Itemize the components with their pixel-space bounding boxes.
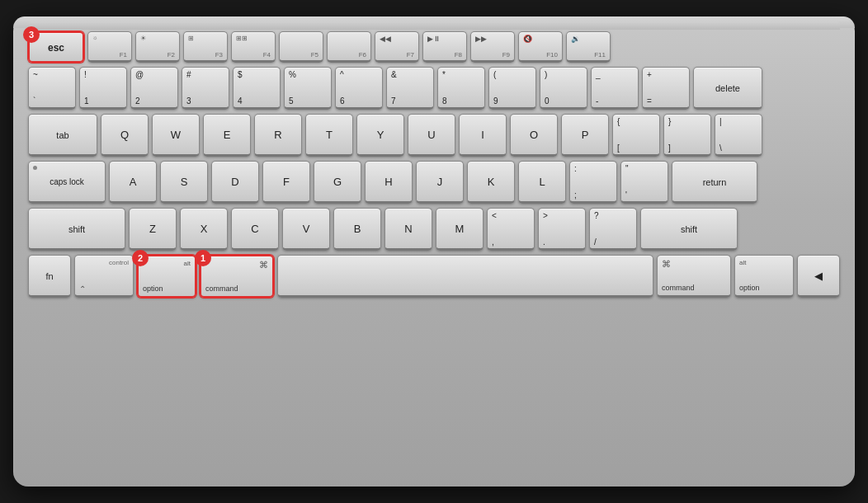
number-key-row: ~ ` ! 1 @ 2 # 3 $ 4: [28, 67, 840, 110]
key-q[interactable]: Q: [101, 114, 149, 157]
key-quote[interactable]: " ': [620, 161, 668, 204]
key-f9[interactable]: ▶▶ F9: [470, 31, 515, 63]
key-semicolon[interactable]: : ;: [569, 161, 617, 204]
f1-icon: ☼: [92, 35, 97, 40]
key-l[interactable]: L: [518, 161, 566, 204]
key-control[interactable]: control ⌃: [74, 255, 134, 298]
key-6[interactable]: ^ 6: [335, 67, 383, 110]
key-arrow-left[interactable]: ◀: [797, 255, 840, 298]
key-b[interactable]: B: [333, 208, 381, 251]
key-3[interactable]: # 3: [182, 67, 229, 110]
key-period[interactable]: > .: [538, 208, 586, 251]
key-k[interactable]: K: [467, 161, 515, 204]
badge-1: 1: [195, 250, 211, 266]
f3-icon: ⊞: [188, 35, 194, 42]
key-fn-modifier[interactable]: fn: [28, 255, 71, 298]
fn-key-row: 3 esc ☼ F1 ☀ F2 ⊞ F3 ⊞⊞ F4 F5 F6: [28, 31, 840, 63]
key-8[interactable]: * 8: [437, 67, 485, 110]
key-space[interactable]: [277, 255, 653, 298]
f11-icon: 🔉: [571, 35, 580, 43]
f8-icon: ▶⏸: [427, 35, 441, 43]
key-equals[interactable]: + =: [642, 67, 690, 110]
key-m[interactable]: M: [436, 208, 484, 251]
key-shift-left[interactable]: shift: [28, 208, 125, 251]
key-f8[interactable]: ▶⏸ F8: [422, 31, 467, 63]
key-j[interactable]: J: [416, 161, 464, 204]
key-h[interactable]: H: [365, 161, 413, 204]
key-lbracket[interactable]: { [: [612, 114, 660, 157]
key-f4[interactable]: ⊞⊞ F4: [231, 31, 276, 63]
key-n[interactable]: N: [384, 208, 432, 251]
key-f6[interactable]: F6: [327, 31, 371, 63]
key-command-left[interactable]: 1 ⌘ command: [200, 255, 274, 298]
f4-icon: ⊞⊞: [236, 35, 248, 42]
key-f[interactable]: F: [262, 161, 310, 204]
esc-label: esc: [34, 35, 78, 59]
key-0[interactable]: ) 0: [540, 67, 587, 110]
key-slash[interactable]: ? /: [589, 208, 637, 251]
key-f10[interactable]: 🔇 F10: [518, 31, 563, 63]
key-f7[interactable]: ◀◀ F7: [375, 31, 419, 63]
key-d[interactable]: D: [211, 161, 259, 204]
key-1[interactable]: ! 1: [79, 67, 127, 110]
key-delete[interactable]: delete: [693, 67, 762, 110]
key-shift-right[interactable]: shift: [640, 208, 738, 251]
key-r[interactable]: R: [254, 114, 302, 157]
key-f11[interactable]: 🔉 F11: [566, 31, 611, 63]
shift-key-row: shift Z X C V B N M < , > . ? / shif: [28, 208, 840, 251]
key-t[interactable]: T: [305, 114, 353, 157]
key-i[interactable]: I: [459, 114, 507, 157]
key-7[interactable]: & 7: [386, 67, 434, 110]
badge-3: 3: [23, 26, 40, 43]
key-rbracket[interactable]: } ]: [663, 114, 711, 157]
f2-icon: ☀: [140, 35, 146, 42]
key-o[interactable]: O: [510, 114, 558, 157]
key-5[interactable]: % 5: [284, 67, 332, 110]
key-backslash[interactable]: | \: [715, 114, 762, 157]
tab-key-row: tab Q W E R T Y U I O P { [ } ] | \: [28, 114, 840, 157]
key-s[interactable]: S: [160, 161, 208, 204]
key-tilde[interactable]: ~ `: [28, 67, 76, 110]
key-4[interactable]: $ 4: [233, 67, 281, 110]
key-return[interactable]: return: [672, 161, 757, 204]
key-f2[interactable]: ☀ F2: [135, 31, 180, 63]
keyboard-top-bar: [28, 21, 840, 30]
key-option-right[interactable]: alt option: [734, 255, 794, 298]
key-f3[interactable]: ⊞ F3: [183, 31, 228, 63]
key-a[interactable]: A: [109, 161, 157, 204]
key-u[interactable]: U: [408, 114, 455, 157]
keyboard: 3 esc ☼ F1 ☀ F2 ⊞ F3 ⊞⊞ F4 F5 F6: [13, 16, 855, 487]
key-minus[interactable]: _ -: [591, 67, 639, 110]
key-x[interactable]: X: [180, 208, 228, 251]
bottom-key-row: fn control ⌃ 2 alt option 1 ⌘ command ⌘ …: [28, 255, 840, 298]
key-y[interactable]: Y: [356, 114, 404, 157]
f10-icon: 🔇: [523, 35, 532, 43]
key-f1[interactable]: ☼ F1: [87, 31, 132, 63]
key-2[interactable]: @ 2: [130, 67, 178, 110]
key-c[interactable]: C: [231, 208, 279, 251]
key-option-left[interactable]: 2 alt option: [137, 255, 196, 298]
key-w[interactable]: W: [152, 114, 200, 157]
key-comma[interactable]: < ,: [487, 208, 535, 251]
key-f5[interactable]: F5: [279, 31, 323, 63]
caps-lock-led: [33, 166, 37, 170]
key-z[interactable]: Z: [129, 208, 177, 251]
f9-icon: ▶▶: [475, 35, 487, 43]
key-esc[interactable]: 3 esc: [28, 31, 84, 63]
key-v[interactable]: V: [282, 208, 330, 251]
key-9[interactable]: ( 9: [488, 67, 536, 110]
key-tab[interactable]: tab: [28, 114, 97, 157]
key-caps-lock[interactable]: caps lock: [28, 161, 106, 204]
f7-icon: ◀◀: [380, 35, 391, 43]
badge-2: 2: [132, 250, 149, 266]
key-command-right[interactable]: ⌘ command: [657, 255, 731, 298]
key-p[interactable]: P: [561, 114, 609, 157]
caps-key-row: caps lock A S D F G H J K L : ; " ' retu…: [28, 161, 840, 204]
key-e[interactable]: E: [203, 114, 251, 157]
key-g[interactable]: G: [314, 161, 361, 204]
